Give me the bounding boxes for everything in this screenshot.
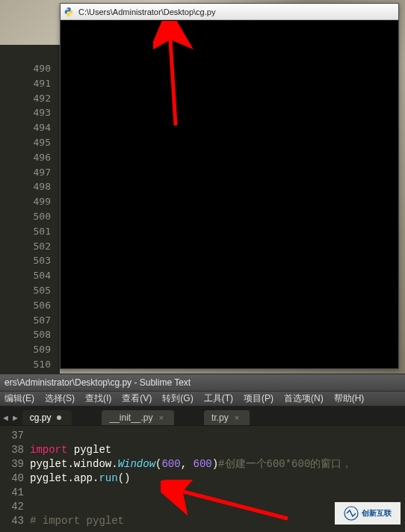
sublime-title-text: ers\Administrator\Desktop\cg.py - Sublim…: [4, 377, 191, 388]
tab-cgpy[interactable]: cg.py: [22, 410, 72, 425]
mod-pyglet: pyglet: [74, 444, 111, 456]
gutter-line: 37: [0, 429, 24, 443]
pyglet-app-window[interactable]: C:\Users\Administrator\Desktop\cg.py: [60, 3, 399, 369]
modified-dot-icon[interactable]: [57, 415, 61, 420]
tab-nav-arrows[interactable]: ◄ ►: [1, 413, 22, 425]
menu-item[interactable]: 选择(S): [45, 392, 75, 405]
menu-item[interactable]: 编辑(E): [4, 392, 34, 405]
expr-run-prefix: pyglet.app.: [30, 472, 99, 484]
background-editor-gutter: 4904914924934944954964974984995005015025…: [0, 45, 60, 374]
comma: ,: [181, 458, 194, 470]
gutter-line: 42: [0, 500, 24, 514]
pyglet-window-title: C:\Users\Administrator\Desktop\cg.py: [78, 7, 215, 16]
bg-gutter-line: 510: [0, 357, 51, 372]
watermark-text: 创新互联: [362, 508, 392, 519]
gutter-line: 41: [0, 486, 24, 500]
bg-gutter-line: 504: [0, 268, 51, 283]
bg-gutter-line: 490: [0, 61, 51, 76]
comment-2: # import pyglet: [30, 515, 124, 527]
bg-gutter-line: 506: [0, 298, 51, 313]
tab-trpy[interactable]: tr.py×: [204, 410, 250, 425]
line-42: [30, 501, 36, 513]
watermark-icon: [344, 506, 359, 521]
menu-item[interactable]: 查找(I): [85, 392, 111, 405]
bg-gutter-line: 509: [0, 342, 51, 357]
bg-gutter-line: 505: [0, 283, 51, 298]
run-parens: (): [118, 472, 131, 484]
menu-item[interactable]: 查看(V): [122, 392, 152, 405]
bg-gutter-line: 497: [0, 165, 51, 180]
close-icon[interactable]: ×: [235, 413, 239, 422]
bg-gutter-line: 507: [0, 313, 51, 328]
comment-1: #创建一个600*600的窗口，: [218, 458, 352, 470]
gutter-line: 39: [0, 457, 24, 471]
top-background-region: 主题(T) 帮助( 490491492493494495496497498499…: [0, 0, 405, 374]
arg-600b: 600: [193, 458, 211, 470]
bg-gutter-line: 491: [0, 76, 51, 91]
menu-item[interactable]: 帮助(H): [334, 392, 365, 405]
line-41: [30, 486, 36, 498]
sublime-titlebar[interactable]: ers\Administrator\Desktop\cg.py - Sublim…: [0, 374, 405, 392]
func-run: run: [99, 472, 117, 484]
class-window: Window: [118, 458, 155, 470]
line-37: [30, 430, 36, 442]
pyglet-canvas: [61, 20, 398, 368]
bg-gutter-line: 498: [0, 179, 51, 194]
tab-label: tr.py: [211, 412, 229, 423]
arg-600a: 600: [161, 458, 180, 470]
menu-item[interactable]: 首选项(N): [284, 392, 324, 405]
bg-gutter-line: 508: [0, 327, 51, 342]
menu-item[interactable]: 工具(T): [204, 392, 233, 405]
tab-label: __init__.py: [109, 412, 152, 423]
kw-import: import: [30, 444, 74, 456]
sublime-menu-bar: 编辑(E)选择(S)查找(I)查看(V)转到(G)工具(T)项目(P)首选项(N…: [0, 392, 405, 406]
bg-gutter-line: 501: [0, 224, 51, 239]
tab-next-icon[interactable]: ►: [11, 413, 19, 422]
bg-gutter-line: 495: [0, 135, 51, 150]
bg-gutter-line: 492: [0, 91, 51, 106]
bg-gutter-line: 503: [0, 253, 51, 268]
gutter-line: 38: [0, 443, 24, 457]
watermark-logo: 创新互联: [335, 502, 401, 525]
code-body[interactable]: import pyglet pyglet.window.Window(600, …: [30, 426, 352, 532]
bg-gutter-line: 499: [0, 194, 51, 209]
close-icon[interactable]: ×: [159, 413, 164, 422]
expr-prefix: pyglet.window.: [30, 458, 118, 470]
paren-close: ): [212, 458, 218, 470]
tab-prev-icon[interactable]: ◄: [1, 413, 10, 422]
code-gutter: 37383940414243: [0, 426, 30, 532]
pyglet-titlebar[interactable]: C:\Users\Administrator\Desktop\cg.py: [61, 4, 398, 20]
gutter-line: 40: [0, 471, 24, 486]
menu-item[interactable]: 项目(P): [244, 392, 273, 405]
sublime-tab-bar: ◄ ► cg.py__init__.py×tr.py×: [0, 406, 405, 426]
bg-gutter-line: 494: [0, 120, 51, 135]
tab-label: cg.py: [30, 412, 52, 423]
bg-gutter-line: 496: [0, 150, 51, 165]
bg-gutter-line: 502: [0, 239, 51, 254]
bg-gutter-line: 493: [0, 105, 51, 120]
menu-item[interactable]: 转到(G): [162, 392, 193, 405]
bg-gutter-line: 500: [0, 209, 51, 224]
gutter-line: 43: [0, 514, 24, 528]
tab-__init__py[interactable]: __init__.py×: [102, 410, 173, 425]
python-icon: [64, 7, 74, 17]
